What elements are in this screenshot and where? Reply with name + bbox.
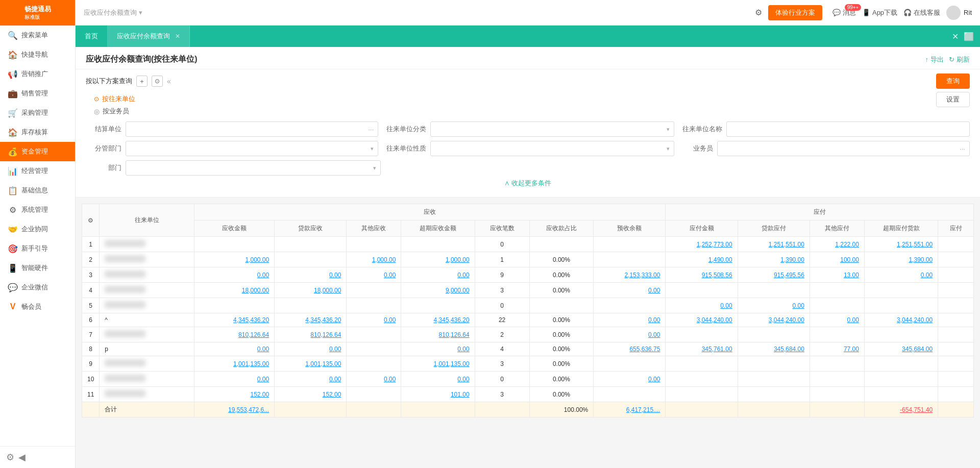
- dropdown-icon-1: ▾: [667, 126, 670, 133]
- export-button[interactable]: ↑ 导出: [925, 55, 944, 64]
- main-area: 应收应付余额查询 ▾ ⚙ 体验行业方案 💬 消息 99++ 📱 App下载 🎧 …: [76, 0, 980, 468]
- sidebar-item-search[interactable]: 🔍 搜索菜单: [0, 26, 75, 45]
- refresh-icon: ↻: [949, 56, 954, 63]
- sidebar-item-finance[interactable]: 💰 资金管理: [0, 142, 75, 161]
- unit-nature-input[interactable]: ▾: [430, 141, 674, 156]
- dept-input[interactable]: ▾: [126, 141, 378, 156]
- th-loan-ar: 贷款应收: [275, 220, 347, 237]
- basic-icon: 📋: [8, 186, 17, 195]
- filter-action-buttons: 查询 设置: [936, 73, 970, 107]
- th-prepay: 预收余额: [594, 220, 666, 237]
- user-menu[interactable]: Rit: [946, 6, 972, 20]
- collapse-icon[interactable]: ◀: [18, 452, 26, 463]
- settings-topbar-icon[interactable]: ⚙: [755, 8, 762, 17]
- sidebar-item-operations[interactable]: 📊 经营管理: [0, 161, 75, 181]
- sidebar-label-hardware: 智能硬件: [21, 263, 48, 273]
- row-index: 5: [82, 298, 100, 313]
- field-salesman: 业务员 ···: [682, 141, 970, 156]
- filter-add-button[interactable]: +: [136, 76, 148, 87]
- purchase-icon: 🛒: [8, 108, 17, 117]
- system-icon: ⚙: [8, 205, 17, 214]
- total-ar-ratio: 100.00%: [529, 402, 594, 417]
- th-overdue-ap: 超期应付货款: [864, 220, 938, 237]
- badge-plus-icon: +: [856, 5, 859, 10]
- th-ar-count: 应收笔数: [475, 220, 529, 237]
- sidebar-item-wechat[interactable]: 💬 企业微信: [0, 278, 75, 297]
- close-window-icon[interactable]: ✕: [952, 32, 959, 41]
- unit-name-input[interactable]: [726, 121, 970, 137]
- sidebar-item-collab[interactable]: 🤝 企业协同: [0, 219, 75, 239]
- avatar: [946, 6, 961, 20]
- search-icon: 🔍: [8, 31, 17, 40]
- filter-more-btn[interactable]: ∧ 收起更多条件: [86, 176, 970, 191]
- unit-category-input[interactable]: ▾: [430, 121, 674, 137]
- app-download-item[interactable]: 📱 App下载: [862, 8, 897, 17]
- table-row: 500.000.00: [82, 298, 974, 313]
- sidebar-item-hardware[interactable]: 📱 智能硬件: [0, 258, 75, 278]
- page-header: 应收应付余额查询(按往来单位) ↑ 导出 ↻ 刷新: [76, 47, 980, 69]
- table-row: 6^4,345,436.204,345,436.200.004,345,436.…: [82, 313, 974, 327]
- user-name: Rit: [964, 9, 972, 16]
- th-ar-ratio: 应收款占比: [529, 220, 594, 237]
- total-overdue-ap[interactable]: -654,751.40: [864, 402, 938, 417]
- filter-area: 按以下方案查询 + ⊙ « ⊙ 按往来单位 ◎ 按业务员: [76, 69, 980, 198]
- scheme-item-unit[interactable]: ⊙ 按往来单位: [91, 93, 970, 105]
- sidebar-item-sales[interactable]: 💼 销售管理: [0, 84, 75, 103]
- breadcrumb-chevron-icon: ▾: [139, 9, 142, 16]
- sales-icon: 💼: [8, 89, 17, 98]
- salesman-input[interactable]: ···: [717, 141, 970, 156]
- sidebar-item-marketing[interactable]: 📢 营销推广: [0, 64, 75, 84]
- sidebar-item-member[interactable]: V 畅会员: [0, 297, 75, 316]
- total-ar-amount[interactable]: 19,553,472,6...: [194, 402, 275, 417]
- tab-home[interactable]: 首页: [76, 26, 108, 47]
- filter-collapse-icon[interactable]: «: [167, 77, 171, 85]
- scheme-item-salesman[interactable]: ◎ 按业务员: [91, 105, 970, 117]
- export-icon: ↑: [925, 56, 929, 63]
- table-settings-button[interactable]: 设置: [936, 92, 970, 107]
- tab-arbalance[interactable]: 应收应付余额查询 ✕: [108, 26, 190, 47]
- online-service-item[interactable]: 🎧 在线客服: [903, 8, 940, 17]
- sidebar-item-basic[interactable]: 📋 基础信息: [0, 181, 75, 200]
- th-other-ar: 其他应收: [347, 220, 401, 237]
- filter-scheme-button[interactable]: ⊙: [152, 76, 163, 87]
- maximize-icon[interactable]: ⬜: [964, 32, 974, 41]
- sidebar-label-finance: 资金管理: [21, 147, 48, 156]
- field-unit-category: 往来单位分类 ▾: [386, 121, 674, 137]
- field-label-unitname: 往来单位名称: [682, 125, 722, 134]
- total-prepay[interactable]: 6,417,215....: [594, 402, 666, 417]
- row-unit: ^: [100, 313, 194, 327]
- sidebar-item-inventory[interactable]: 🏠 库存核算: [0, 122, 75, 142]
- sidebar-item-quicknav[interactable]: 🏠 快捷导航: [0, 45, 75, 64]
- row-index: 7: [82, 327, 100, 342]
- refresh-button[interactable]: ↻ 刷新: [949, 55, 970, 64]
- breadcrumb-text: 应收应付余额查询: [84, 8, 137, 17]
- sidebar-label-basic: 基础信息: [21, 186, 48, 195]
- topbar: 应收应付余额查询 ▾ ⚙ 体验行业方案 💬 消息 99++ 📱 App下载 🎧 …: [76, 0, 980, 26]
- hardware-icon: 📱: [8, 263, 17, 273]
- department-input[interactable]: ▾: [126, 160, 381, 176]
- tab-arbalance-label: 应收应付余额查询: [117, 32, 170, 41]
- sidebar-item-guide[interactable]: 🎯 新手引导: [0, 239, 75, 258]
- query-button[interactable]: 查询: [936, 73, 970, 89]
- th-other-ap: 其他应付: [810, 220, 864, 237]
- th-ap-amount: 应付金额: [666, 220, 738, 237]
- home-icon: 🏠: [8, 50, 17, 59]
- field-unit-nature: 往来单位性质 ▾: [386, 141, 674, 156]
- notification-item[interactable]: 💬 消息 99++: [832, 8, 856, 17]
- sidebar-label-quicknav: 快捷导航: [21, 50, 48, 59]
- sidebar-item-system[interactable]: ⚙ 系统管理: [0, 200, 75, 219]
- scheme-label-unit: 按往来单位: [102, 94, 135, 104]
- row-index: 8: [82, 342, 100, 356]
- settlement-unit-input[interactable]: ···: [126, 121, 378, 137]
- row-index: 9: [82, 356, 100, 372]
- online-service-label: 在线客服: [914, 8, 940, 17]
- sidebar-item-purchase[interactable]: 🛒 采购管理: [0, 103, 75, 122]
- logo-sub: 标准版: [24, 14, 51, 21]
- notification-icon: 💬: [832, 9, 841, 16]
- breadcrumb: 应收应付余额查询 ▾: [84, 8, 749, 17]
- promo-button[interactable]: 体验行业方案: [768, 5, 822, 20]
- field-department: 部门 ▾: [91, 160, 381, 176]
- th-settings[interactable]: ⚙: [82, 204, 100, 237]
- tab-close-icon[interactable]: ✕: [175, 33, 180, 40]
- settings-bottom-icon[interactable]: ⚙: [6, 452, 14, 463]
